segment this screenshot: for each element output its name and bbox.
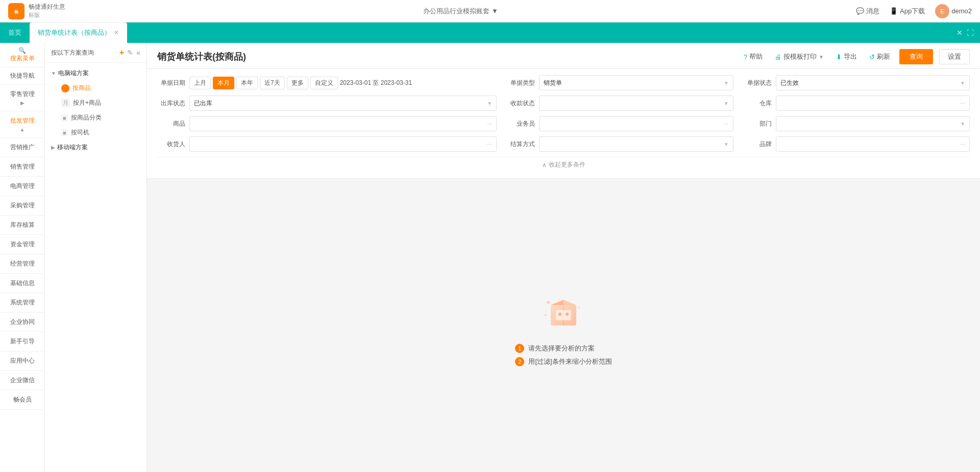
sidebar-appstore-label: 应用中心 xyxy=(10,357,35,365)
filter-doctype-control[interactable]: 销货单 ▼ xyxy=(539,75,733,90)
svg-point-10 xyxy=(578,306,580,309)
sidebar-item-system[interactable]: 系统管理 xyxy=(0,293,44,313)
app-download-label: App下载 xyxy=(900,7,925,16)
filter-warehouse-label: 仓库 xyxy=(744,99,772,108)
filter-row-4: 收货人 ··· 结算方式 ▼ xyxy=(157,136,970,152)
print-dropdown-icon: ▼ xyxy=(819,54,824,60)
sidebar-item-basic[interactable]: 基础信息 xyxy=(0,274,44,293)
filter-department-label: 部门 xyxy=(744,120,772,128)
collapse-panel-icon[interactable]: « xyxy=(136,49,140,57)
tip-text-2: 用[过滤]条件来缩小分析范围 xyxy=(528,357,611,366)
tab-fullscreen-icon[interactable]: ⛶ xyxy=(967,29,974,37)
tab-close-window-icon[interactable]: ✕ xyxy=(957,29,963,37)
header-right: 💬 消息 📱 App下载 E demo2 xyxy=(856,4,972,18)
sidebar-item-finance[interactable]: 资金管理 xyxy=(0,235,44,254)
filter-product-control[interactable]: ··· xyxy=(189,116,497,131)
filter-consignee-control[interactable]: ··· xyxy=(189,136,497,152)
filter-salesperson-control[interactable]: ··· xyxy=(539,116,733,131)
filter-row-3: 商品 ··· 业务员 ··· xyxy=(157,116,970,131)
filter-department-control[interactable]: ▼ xyxy=(776,116,970,131)
sidebar-item-wholesale[interactable]: 批发管理 ▲ xyxy=(0,111,44,138)
date-btn-more[interactable]: 更多 xyxy=(287,77,308,89)
sidebar: 🔍 搜索菜单 快捷导航 零售管理 ▶ 批发管理 ▲ 营销推广 销售管理 电商管理… xyxy=(0,43,45,472)
template-print-btn[interactable]: 🖨 按模板打印 ▼ xyxy=(772,50,827,63)
scheme-tree-desktop-parent[interactable]: ▼ 电脑端方案 xyxy=(45,66,146,81)
date-btn-7days[interactable]: 近7天 xyxy=(260,77,285,89)
sidebar-item-search[interactable]: 🔍 搜索菜单 xyxy=(0,43,44,67)
user-area[interactable]: E demo2 xyxy=(935,4,972,18)
collapse-label: 收起更多条件 xyxy=(549,160,585,169)
collapse-bar[interactable]: ∧ 收起更多条件 xyxy=(157,157,970,172)
sidebar-item-guide[interactable]: 新手引导 xyxy=(0,332,44,351)
top-header: 畅 畅捷通好生意 标版 办公用品行业模拟账套 ▼ 💬 消息 📱 App下载 E … xyxy=(0,0,980,22)
svg-point-11 xyxy=(545,314,547,316)
sidebar-item-retail[interactable]: 零售管理 ▶ xyxy=(0,85,44,111)
template-print-label: 按模板打印 xyxy=(783,52,817,61)
query-btn[interactable]: 查询 xyxy=(899,49,933,64)
add-scheme-icon[interactable]: + xyxy=(119,48,124,57)
sidebar-item-appstore[interactable]: 应用中心 xyxy=(0,351,44,371)
tab-close-icon[interactable]: ✕ xyxy=(114,30,119,36)
edit-scheme-icon[interactable]: ✎ xyxy=(127,49,133,57)
refresh-btn[interactable]: ↺ 刷新 xyxy=(866,50,893,63)
tab-home[interactable]: 首页 xyxy=(0,22,30,43)
doctype-arrow-icon: ▼ xyxy=(724,80,729,86)
header-center: 办公用品行业模拟账套 ▼ xyxy=(423,7,498,16)
sidebar-finance-label: 资金管理 xyxy=(10,240,35,249)
scheme-label: 办公用品行业模拟账套 xyxy=(423,7,489,16)
user-name: demo2 xyxy=(951,7,972,15)
product-dots-icon[interactable]: ··· xyxy=(487,120,492,127)
sidebar-item-marketing[interactable]: 营销推广 xyxy=(0,138,44,157)
svg-marker-4 xyxy=(564,300,576,305)
date-btn-this-year[interactable]: 本年 xyxy=(236,77,258,89)
warehouse-dots-icon[interactable]: ··· xyxy=(960,100,965,107)
export-btn[interactable]: ⬇ 导出 xyxy=(833,50,860,63)
scheme-by-category-label: 按商品分类 xyxy=(71,113,102,122)
sidebar-item-purchase[interactable]: 采购管理 xyxy=(0,196,44,216)
date-btn-custom[interactable]: 自定义 xyxy=(310,77,338,89)
sidebar-item-enterprise[interactable]: 企业协同 xyxy=(0,313,44,332)
page-title-bar: 销货单统计表(按商品) ? 帮助 🖨 按模板打印 ▼ ⬇ 导出 xyxy=(147,43,980,69)
sidebar-item-wechat[interactable]: 企业微信 xyxy=(0,371,44,390)
docstatus-arrow-icon: ▼ xyxy=(960,80,965,86)
sidebar-item-sales[interactable]: 销售管理 xyxy=(0,157,44,177)
filter-receiptstatus-control[interactable]: ▼ xyxy=(539,96,733,111)
sidebar-item-operation[interactable]: 经营管理 xyxy=(0,254,44,274)
settings-btn[interactable]: 设置 xyxy=(939,49,970,64)
sidebar-wechat-label: 企业微信 xyxy=(10,376,35,385)
help-btn[interactable]: ? 帮助 xyxy=(741,50,766,63)
salesperson-dots-icon[interactable]: ··· xyxy=(724,120,729,127)
app-download-btn[interactable]: 📱 App下载 xyxy=(890,7,925,16)
message-btn[interactable]: 💬 消息 xyxy=(856,7,879,16)
scheme-dropdown[interactable]: 办公用品行业模拟账套 ▼ xyxy=(423,7,498,16)
tab-sales-stats[interactable]: 销货单统计表（按商品） ✕ xyxy=(30,22,127,43)
sidebar-sales-label: 销售管理 xyxy=(10,162,35,171)
date-btn-last-month[interactable]: 上月 xyxy=(189,77,211,89)
sidebar-search-label: 搜索菜单 xyxy=(3,54,41,63)
scheme-tree-by-product[interactable]: 按商品 xyxy=(45,81,146,96)
scheme-tree-by-printer[interactable]: ■ 按司机 xyxy=(45,125,146,140)
filter-warehouse-control[interactable]: ··· xyxy=(776,96,970,111)
filter-receiptstatus-label: 收款状态 xyxy=(507,99,535,108)
export-label: 导出 xyxy=(844,52,857,61)
filter-docstatus-field: 单据状态 已生效 ▼ xyxy=(744,75,970,90)
sidebar-item-ecommerce[interactable]: 电商管理 xyxy=(0,177,44,196)
scheme-tree-mobile-parent[interactable]: ▶ 移动端方案 xyxy=(45,140,146,155)
filter-outstatus-control[interactable]: 已出库 ▼ xyxy=(189,96,497,111)
brand-dots-icon[interactable]: ··· xyxy=(960,140,965,148)
scheme-tree-by-category[interactable]: ■ 按商品分类 xyxy=(45,110,146,125)
consignee-dots-icon[interactable]: ··· xyxy=(487,140,492,148)
sidebar-item-quicknav[interactable]: 快捷导航 xyxy=(0,67,44,85)
filter-docstatus-control[interactable]: 已生效 ▼ xyxy=(776,75,970,90)
svg-point-8 xyxy=(566,313,569,316)
sidebar-item-inventory[interactable]: 库存核算 xyxy=(0,216,44,235)
date-btn-this-month[interactable]: 本月 xyxy=(213,77,234,89)
filter-settlement-control[interactable]: ▼ xyxy=(539,136,733,152)
filter-area: 单据日期 上月 本月 本年 近7天 更多 自定义 2023-03-01 至 20… xyxy=(147,69,980,179)
scheme-category-icon: ■ xyxy=(61,114,68,122)
scheme-tree-by-month-product[interactable]: 月 按月+商品 xyxy=(45,96,146,110)
sidebar-item-member[interactable]: 畅会员 xyxy=(0,390,44,410)
tab-bar: 首页 销货单统计表（按商品） ✕ ✕ ⛶ xyxy=(0,22,980,43)
filter-salesperson-label: 业务员 xyxy=(507,120,535,128)
filter-brand-control[interactable]: ··· xyxy=(776,136,970,152)
